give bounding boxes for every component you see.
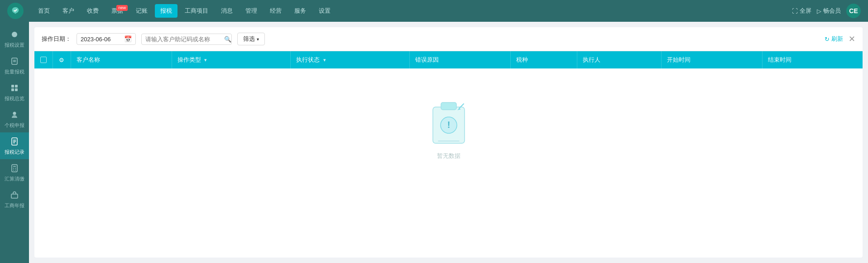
sidebar-item-batch-tax[interactable]: 批量报税	[0, 52, 29, 79]
calc-icon	[9, 163, 20, 174]
refresh-button[interactable]: ↻ 刷新	[825, 35, 843, 43]
empty-text: 暂无数据	[437, 152, 460, 160]
th-op-type-label: 操作类型	[177, 56, 201, 63]
search-box[interactable]: 🔍	[141, 34, 232, 45]
svg-point-8	[13, 112, 16, 115]
select-all-checkbox[interactable]	[40, 57, 47, 63]
op-type-filter-icon[interactable]: ▾	[204, 57, 207, 63]
filter-label: 筛选	[243, 35, 255, 43]
sidebar-item-label-tax-overview: 报税总览	[5, 95, 24, 102]
nav-item-finance[interactable]: 经营	[264, 4, 287, 18]
member-icon: ▷	[817, 8, 821, 15]
close-button[interactable]: ✕	[849, 35, 855, 43]
nav-item-invoice[interactable]: 票据new	[106, 4, 129, 18]
th-start-time-label: 开始时间	[667, 56, 691, 63]
nav-item-message[interactable]: 消息	[216, 4, 238, 18]
records-table: ⚙ 客户名称 操作类型 ▾ 执行状态 ▾	[34, 51, 863, 187]
annual-icon	[9, 190, 20, 200]
th-executor-label: 执行人	[583, 56, 600, 63]
svg-rect-6	[11, 88, 14, 91]
nav-item-client[interactable]: 客户	[57, 4, 80, 18]
svg-text:!: !	[447, 120, 450, 130]
content-area: 操作日期： 📅 🔍 筛选 ▾ ↻ 刷新	[29, 22, 868, 263]
main-layout: 报税设置批量报税报税总览个税申报报税记录汇算清缴工商年报 操作日期： 📅 🔍 筛…	[0, 22, 868, 263]
svg-rect-4	[11, 85, 14, 88]
member-label: 畅会员	[823, 7, 841, 15]
inner-panel: 操作日期： 📅 🔍 筛选 ▾ ↻ 刷新	[34, 27, 863, 258]
th-start-time: 开始时间	[661, 51, 762, 68]
sidebar-item-tax-overview[interactable]: 报税总览	[0, 79, 29, 106]
sidebar-item-label-personal-tax: 个税申报	[5, 122, 24, 129]
nav-item-settings[interactable]: 设置	[313, 4, 336, 18]
table-header: ⚙ 客户名称 操作类型 ▾ 执行状态 ▾	[34, 51, 863, 68]
th-exec-status-label: 执行状态	[296, 56, 320, 63]
exec-status-filter-icon[interactable]: ▾	[323, 57, 326, 63]
nav-item-accounts[interactable]: 记账	[130, 4, 153, 18]
date-label: 操作日期：	[42, 35, 71, 43]
nav-item-manage[interactable]: 管理	[240, 4, 263, 18]
sidebar-item-personal-tax[interactable]: 个税申报	[0, 106, 29, 132]
sidebar-item-label-settlement: 汇算清缴	[5, 175, 24, 182]
top-nav-right: ⛶ 全屏 ▷ 畅会员 CE	[792, 4, 861, 18]
sidebar-item-tax-records[interactable]: 报税记录	[0, 132, 29, 159]
th-error-reason-label: 错误原因	[415, 56, 439, 63]
filter-button[interactable]: 筛选 ▾	[237, 33, 265, 45]
date-picker[interactable]: 📅	[77, 33, 136, 45]
fullscreen-icon: ⛶	[792, 8, 798, 15]
toolbar: 操作日期： 📅 🔍 筛选 ▾ ↻ 刷新	[34, 27, 863, 51]
svg-rect-13	[12, 165, 17, 172]
overview-icon	[9, 83, 20, 93]
svg-rect-21	[441, 102, 456, 110]
th-tax-type: 税种	[510, 51, 577, 68]
app-logo[interactable]	[7, 3, 24, 19]
table-container[interactable]: ⚙ 客户名称 操作类型 ▾ 执行状态 ▾	[34, 51, 863, 258]
nav-items: 首页客户收费票据new记账报税工商项目消息管理经营服务设置	[33, 4, 792, 18]
svg-rect-19	[11, 194, 18, 198]
svg-rect-1	[12, 58, 17, 64]
calendar-icon: 📅	[124, 35, 132, 43]
svg-rect-7	[15, 88, 18, 91]
search-input[interactable]	[145, 36, 221, 43]
sidebar-item-tax-settings[interactable]: 报税设置	[0, 25, 29, 52]
th-gear: ⚙	[53, 51, 71, 68]
th-client-name: 客户名称	[71, 51, 172, 68]
nav-item-billing[interactable]: 收费	[82, 4, 104, 18]
sidebar-item-annual-report[interactable]: 工商年报	[0, 186, 29, 213]
date-input[interactable]	[81, 36, 121, 43]
svg-point-0	[12, 32, 17, 37]
th-end-time: 结束时间	[762, 51, 863, 68]
sidebar-item-label-batch-tax: 批量报税	[5, 68, 24, 75]
fullscreen-button[interactable]: ⛶ 全屏	[792, 7, 811, 15]
th-executor: 执行人	[577, 51, 661, 68]
avatar-text: CE	[849, 7, 858, 15]
empty-state-row: ! 暂无数据	[34, 68, 863, 187]
sidebar-item-settlement[interactable]: 汇算清缴	[0, 159, 29, 186]
nav-badge-invoice: new	[116, 5, 128, 11]
close-icon: ✕	[849, 34, 855, 44]
chevron-down-icon: ▾	[257, 37, 259, 42]
nav-item-home[interactable]: 首页	[33, 4, 55, 18]
nav-item-tax[interactable]: 报税	[155, 4, 177, 18]
gear-icon[interactable]: ⚙	[59, 57, 64, 63]
avatar[interactable]: CE	[846, 4, 861, 18]
th-end-time-label: 结束时间	[768, 56, 791, 63]
batch-icon	[9, 56, 20, 67]
th-error-reason: 错误原因	[409, 51, 510, 68]
nav-item-business[interactable]: 工商项目	[179, 4, 214, 18]
empty-state: ! 暂无数据	[34, 68, 863, 187]
person-icon	[9, 109, 20, 120]
table-body: ! 暂无数据	[34, 68, 863, 187]
sidebar-item-label-tax-settings: 报税设置	[5, 42, 24, 49]
th-checkbox	[34, 51, 53, 68]
empty-state-cell: ! 暂无数据	[34, 68, 863, 187]
sidebar-item-label-annual-report: 工商年报	[5, 202, 24, 209]
search-icon: 🔍	[224, 36, 231, 43]
member-button[interactable]: ▷ 畅会员	[817, 7, 841, 15]
sidebar-item-label-tax-records: 报税记录	[5, 149, 24, 156]
th-exec-status: 执行状态 ▾	[291, 51, 410, 68]
header-row: ⚙ 客户名称 操作类型 ▾ 执行状态 ▾	[34, 51, 863, 68]
sidebar: 报税设置批量报税报税总览个税申报报税记录汇算清缴工商年报	[0, 22, 29, 263]
nav-item-service[interactable]: 服务	[289, 4, 312, 18]
top-navigation: 首页客户收费票据new记账报税工商项目消息管理经营服务设置 ⛶ 全屏 ▷ 畅会员…	[0, 0, 868, 22]
th-op-type: 操作类型 ▾	[172, 51, 291, 68]
